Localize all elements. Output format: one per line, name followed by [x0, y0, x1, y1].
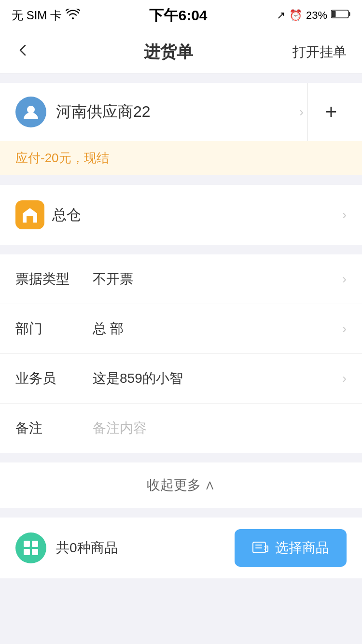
- collapse-label: 收起更多 ∧: [147, 476, 216, 494]
- salesperson-row[interactable]: 业务员 这是859的小智 ›: [0, 354, 362, 404]
- supplier-selector[interactable]: 河南供应商22 ›: [15, 83, 308, 141]
- back-button[interactable]: [15, 42, 44, 62]
- form-section: 票据类型 不开票 › 部门 总 部 › 业务员 这是859的小智 › 备注 备注…: [0, 254, 362, 453]
- svg-rect-5: [24, 541, 30, 547]
- open-pending-button[interactable]: 打开挂单: [292, 43, 347, 61]
- product-icon: [15, 532, 46, 563]
- alarm-icon: ⏰: [289, 9, 302, 22]
- invoice-chevron-icon: ›: [342, 271, 347, 287]
- invoice-type-label: 票据类型: [15, 270, 83, 288]
- product-bar: 共0种商品 选择商品: [0, 518, 362, 578]
- wifi-icon: [66, 9, 80, 22]
- svg-rect-7: [24, 549, 30, 555]
- svg-rect-2: [332, 11, 335, 17]
- remark-row[interactable]: 备注 备注内容: [0, 404, 362, 453]
- warehouse-name: 总仓: [52, 205, 334, 225]
- department-value: 总 部: [83, 320, 338, 338]
- select-product-label: 选择商品: [275, 539, 329, 557]
- department-row[interactable]: 部门 总 部 ›: [0, 304, 362, 354]
- status-time: 下午6:04: [149, 6, 207, 26]
- supplier-chevron-icon: ›: [299, 104, 304, 120]
- department-chevron-icon: ›: [342, 321, 347, 336]
- invoice-type-value: 不开票: [83, 270, 338, 288]
- warehouse-chevron-icon: ›: [342, 207, 347, 223]
- status-left: 无 SIM 卡: [12, 8, 80, 23]
- select-product-button[interactable]: 选择商品: [235, 529, 347, 567]
- bottom-fill: [0, 578, 362, 644]
- section-gap-1: [0, 73, 362, 83]
- remark-label: 备注: [15, 419, 83, 437]
- sim-label: 无 SIM 卡: [12, 8, 62, 23]
- salesperson-chevron-icon: ›: [342, 371, 347, 386]
- department-label: 部门: [15, 320, 83, 338]
- warehouse-section: 总仓 ›: [0, 185, 362, 245]
- product-count: 共0种商品: [56, 539, 225, 557]
- svg-point-3: [27, 106, 35, 113]
- add-supplier-button[interactable]: +: [308, 83, 347, 141]
- svg-rect-1: [348, 12, 350, 16]
- nav-bar: 进货单 打开挂单: [0, 31, 362, 73]
- invoice-type-row[interactable]: 票据类型 不开票 ›: [0, 254, 362, 304]
- status-right: ↗ ⏰ 23%: [277, 9, 350, 22]
- remark-input[interactable]: 备注内容: [83, 419, 347, 437]
- warehouse-icon: [15, 200, 44, 229]
- battery-icon: [331, 9, 350, 22]
- svg-rect-6: [32, 541, 38, 547]
- svg-rect-4: [27, 216, 33, 223]
- status-bar: 无 SIM 卡 下午6:04 ↗ ⏰ 23%: [0, 0, 362, 31]
- warehouse-selector[interactable]: 总仓 ›: [0, 185, 362, 245]
- page-title: 进货单: [144, 41, 193, 63]
- svg-rect-8: [32, 549, 38, 555]
- location-icon: ↗: [277, 9, 285, 22]
- notice-text: 应付-20元，现结: [15, 151, 109, 165]
- supplier-avatar: [15, 97, 46, 127]
- collapse-button[interactable]: 收起更多 ∧: [0, 462, 362, 508]
- supplier-section: 河南供应商22 › +: [0, 83, 362, 141]
- salesperson-value: 这是859的小智: [83, 369, 338, 388]
- salesperson-label: 业务员: [15, 369, 83, 388]
- supplier-name: 河南供应商22: [56, 101, 290, 123]
- notice-banner: 应付-20元，现结: [0, 141, 362, 175]
- battery-label: 23%: [306, 9, 327, 22]
